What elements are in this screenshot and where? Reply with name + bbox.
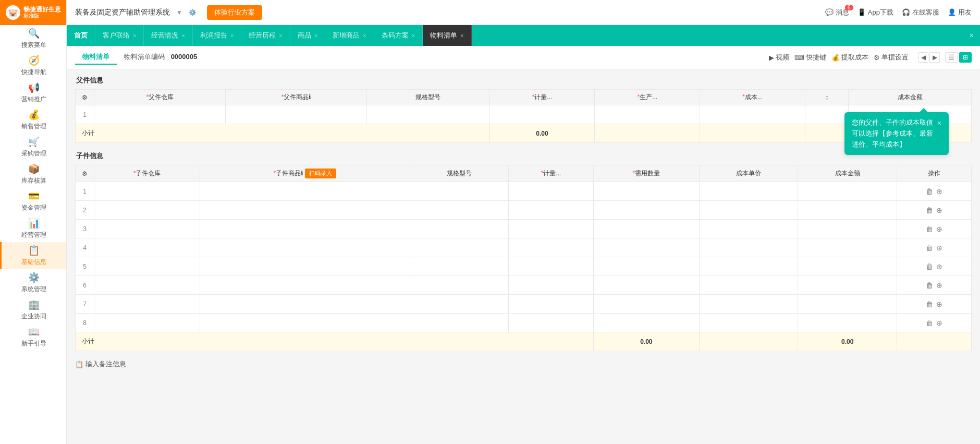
parent-row-warehouse-1[interactable] xyxy=(94,105,226,124)
nav-tab-operations[interactable]: 经营情况× xyxy=(144,25,192,46)
nav-tab-close-customer[interactable]: × xyxy=(133,32,136,39)
child-row-unit-price-8[interactable] xyxy=(699,314,798,332)
delete-icon-1[interactable]: 🗑 xyxy=(926,187,933,196)
child-row-quantity-7[interactable] xyxy=(593,295,699,314)
online-service-btn[interactable]: 🎧 在线客服 xyxy=(902,8,939,17)
delete-icon-8[interactable]: 🗑 xyxy=(926,319,933,327)
message-btn[interactable]: 💬 消息 6 xyxy=(825,8,849,17)
child-row-goods-4[interactable] xyxy=(200,238,410,257)
copy-icon-7[interactable]: ⊕ xyxy=(936,300,942,308)
nav-tab-bom[interactable]: 物料清单× xyxy=(423,25,471,46)
sub-tab-bom-code[interactable]: 物料清单编码 0000005 xyxy=(117,50,204,65)
delete-icon-5[interactable]: 🗑 xyxy=(926,262,933,271)
child-row-goods-2[interactable] xyxy=(200,201,410,220)
sidebar-item-system[interactable]: ⚙️ 系统管理 xyxy=(0,269,66,296)
child-row-quantity-3[interactable] xyxy=(593,220,699,238)
sidebar-item-marketing[interactable]: 📢 营销推广 xyxy=(0,79,66,106)
nav-tab-home[interactable]: 首页 xyxy=(67,25,95,46)
child-row-unit-price-7[interactable] xyxy=(699,295,798,314)
child-row-spec-8[interactable] xyxy=(410,314,509,332)
child-row-unit-2[interactable] xyxy=(509,201,593,220)
nav-tab-barcode[interactable]: 条码方案× xyxy=(374,25,423,46)
close-all-tabs-btn[interactable]: × xyxy=(963,31,980,40)
child-row-unit-6[interactable] xyxy=(509,276,593,295)
child-row-unit-3[interactable] xyxy=(509,220,593,238)
copy-icon-5[interactable]: ⊕ xyxy=(936,262,942,271)
sidebar-item-guide[interactable]: 📖 新手引导 xyxy=(0,323,66,351)
cost-btn[interactable]: 💰 提取成本 xyxy=(831,53,868,62)
child-row-unit-price-4[interactable] xyxy=(699,238,798,257)
child-row-unit-price-2[interactable] xyxy=(699,201,798,220)
child-row-goods-6[interactable] xyxy=(200,276,410,295)
child-row-goods-7[interactable] xyxy=(200,295,410,314)
nav-tab-new_goods[interactable]: 新增商品× xyxy=(325,25,374,46)
parent-th-settings[interactable]: ⚙ xyxy=(76,90,94,105)
nav-tab-history[interactable]: 经营历程× xyxy=(241,25,290,46)
child-row-quantity-5[interactable] xyxy=(593,257,699,276)
nav-tab-close-history[interactable]: × xyxy=(279,32,282,39)
child-row-quantity-8[interactable] xyxy=(593,314,699,332)
delete-icon-3[interactable]: 🗑 xyxy=(926,225,933,233)
child-row-goods-3[interactable] xyxy=(200,220,410,238)
sidebar-item-sales[interactable]: 💰 销售管理 xyxy=(0,106,66,134)
tooltip-close-btn[interactable]: × xyxy=(937,117,941,129)
sidebar-item-quicknav[interactable]: 🧭 快捷导航 xyxy=(0,52,66,79)
copy-icon-2[interactable]: ⊕ xyxy=(936,206,942,214)
child-row-unit-price-5[interactable] xyxy=(699,257,798,276)
child-row-unit-1[interactable] xyxy=(509,182,593,201)
nav-tab-close-operations[interactable]: × xyxy=(181,32,185,39)
copy-icon-1[interactable]: ⊕ xyxy=(936,187,942,196)
child-row-unit-price-3[interactable] xyxy=(699,220,798,238)
child-row-unit-7[interactable] xyxy=(509,295,593,314)
child-th-settings[interactable]: ⚙ xyxy=(76,165,94,182)
child-row-warehouse-8[interactable] xyxy=(94,314,200,332)
user-btn[interactable]: 👤 用友 xyxy=(948,8,972,17)
nav-tab-close-goods[interactable]: × xyxy=(314,32,317,39)
nav-tab-close-new_goods[interactable]: × xyxy=(363,32,366,39)
sub-tab-bom-list[interactable]: 物料清单 xyxy=(75,50,117,65)
child-row-warehouse-4[interactable] xyxy=(94,238,200,257)
shortcut-btn[interactable]: ⌨ 快捷键 xyxy=(794,53,826,62)
trial-btn[interactable]: 体验行业方案 xyxy=(207,5,262,20)
child-row-quantity-2[interactable] xyxy=(593,201,699,220)
child-row-spec-6[interactable] xyxy=(410,276,509,295)
note-btn[interactable]: 📋 输入备注信息 xyxy=(75,359,972,369)
child-row-warehouse-2[interactable] xyxy=(94,201,200,220)
child-row-unit-8[interactable] xyxy=(509,314,593,332)
copy-icon-6[interactable]: ⊕ xyxy=(936,281,942,290)
video-btn[interactable]: ▶ 视频 xyxy=(769,53,789,62)
next-btn[interactable]: ▶ xyxy=(929,52,940,63)
nav-tab-goods[interactable]: 商品× xyxy=(290,25,325,46)
child-row-warehouse-6[interactable] xyxy=(94,276,200,295)
parent-row-spec-1[interactable] xyxy=(367,105,490,124)
copy-icon-8[interactable]: ⊕ xyxy=(936,319,942,327)
app-download-btn[interactable]: 📱 App下载 xyxy=(858,8,893,17)
delete-icon-4[interactable]: 🗑 xyxy=(926,244,933,252)
parent-row-goods-1[interactable] xyxy=(226,105,367,124)
nav-tab-close-barcode[interactable]: × xyxy=(412,32,415,39)
list-view-btn[interactable]: ☰ xyxy=(945,52,958,63)
parent-row-production-1[interactable] xyxy=(595,105,700,124)
sidebar-item-enterprise[interactable]: 🏢 企业协同 xyxy=(0,296,66,323)
nav-tab-close-bom[interactable]: × xyxy=(460,32,463,39)
child-row-warehouse-1[interactable] xyxy=(94,182,200,201)
bill-settings-btn[interactable]: ⚙ 单据设置 xyxy=(874,53,909,62)
prev-btn[interactable]: ◀ xyxy=(918,52,928,63)
delete-icon-2[interactable]: 🗑 xyxy=(926,206,933,214)
delete-icon-7[interactable]: 🗑 xyxy=(926,300,933,308)
topbar-settings-icon[interactable]: ⚙️ xyxy=(189,9,197,16)
sidebar-item-inventory[interactable]: 📦 库存核算 xyxy=(0,161,66,188)
child-row-warehouse-5[interactable] xyxy=(94,257,200,276)
parent-row-cost-1[interactable] xyxy=(700,105,805,124)
nav-tab-profit[interactable]: 利润报告× xyxy=(193,25,241,46)
scan-btn[interactable]: 扫码录入 xyxy=(305,169,336,178)
child-row-warehouse-7[interactable] xyxy=(94,295,200,314)
child-row-unit-5[interactable] xyxy=(509,257,593,276)
child-row-spec-1[interactable] xyxy=(410,182,509,201)
child-row-unit-price-6[interactable] xyxy=(699,276,798,295)
nav-tab-customer[interactable]: 客户联络× xyxy=(95,25,144,46)
child-row-spec-2[interactable] xyxy=(410,201,509,220)
child-row-unit-price-1[interactable] xyxy=(699,182,798,201)
child-row-spec-4[interactable] xyxy=(410,238,509,257)
parent-row-unit-1[interactable] xyxy=(489,105,595,124)
